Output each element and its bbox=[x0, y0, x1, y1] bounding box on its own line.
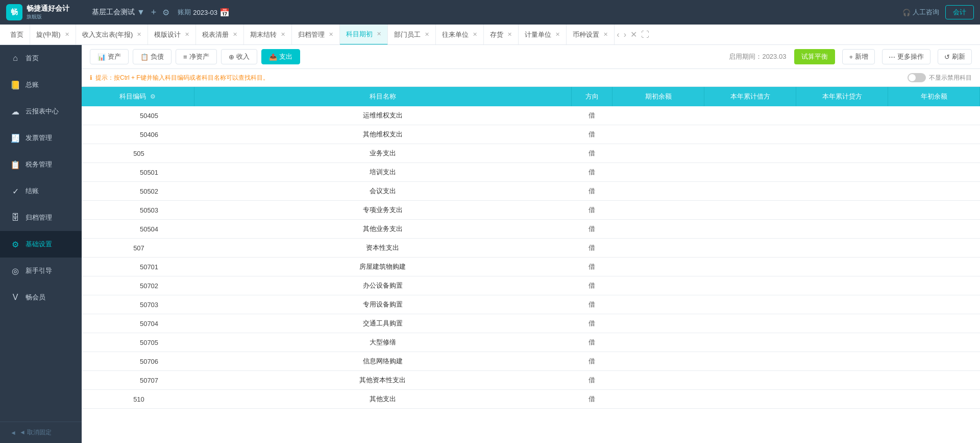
tab-close-icon[interactable]: ✕ bbox=[473, 31, 477, 38]
sidebar-item-member[interactable]: V 畅会员 bbox=[0, 284, 82, 311]
tab-close-icon[interactable]: ✕ bbox=[281, 31, 285, 38]
table-row[interactable]: 50704交通工具购置借 bbox=[82, 314, 980, 333]
tab-unit[interactable]: 计量单位 ✕ bbox=[519, 25, 567, 45]
table-row[interactable]: 50707其他资本性支出借 bbox=[82, 371, 980, 390]
filter-tab-liability[interactable]: 📋 负债 bbox=[133, 49, 172, 64]
refresh-button[interactable]: ↺ 刷新 bbox=[938, 49, 972, 64]
tab-close-icon[interactable]: ✕ bbox=[233, 31, 237, 38]
tab-close-icon[interactable]: ✕ bbox=[329, 31, 333, 38]
table-row[interactable]: 50502会议支出借 bbox=[82, 182, 980, 201]
table-row[interactable]: 50702办公设备购置借 bbox=[82, 276, 980, 295]
more-label: 更多操作 bbox=[897, 52, 924, 61]
col-header-dir: 方向 bbox=[572, 87, 612, 106]
tab-close-icon[interactable]: ✕ bbox=[65, 31, 69, 38]
table-row[interactable]: 510其他支出借 bbox=[82, 390, 980, 409]
cell-code: 507 bbox=[82, 239, 194, 258]
calc-balance-button[interactable]: 试算平衡 bbox=[794, 49, 835, 64]
invoice-icon: 🧾 bbox=[10, 133, 20, 143]
table-row[interactable]: 50504其他业务支出借 bbox=[82, 220, 980, 239]
cell-ytd-credit bbox=[796, 276, 888, 295]
cell-ytd-debit bbox=[704, 276, 796, 295]
tab-template-design[interactable]: 模版设计 ✕ bbox=[148, 25, 196, 45]
col-header-year-start: 年初余额 bbox=[888, 87, 980, 106]
cell-dir: 借 bbox=[572, 371, 612, 390]
toggle-switch[interactable] bbox=[908, 73, 926, 82]
tab-close-all-icon[interactable]: ✕ bbox=[628, 30, 639, 39]
table-row[interactable]: 50503专项业务支出借 bbox=[82, 201, 980, 220]
cell-name: 会议支出 bbox=[194, 182, 572, 201]
tab-close-icon[interactable]: ✕ bbox=[555, 31, 560, 38]
table-row[interactable]: 505业务支出借 bbox=[82, 144, 980, 163]
calendar-icon[interactable]: 📅 bbox=[219, 8, 230, 17]
account-button[interactable]: 会计 bbox=[945, 5, 974, 19]
cell-year-start bbox=[888, 220, 980, 239]
home-icon: ⌂ bbox=[10, 54, 20, 63]
table-row[interactable]: 507资本性支出借 bbox=[82, 239, 980, 258]
tab-close-icon[interactable]: ✕ bbox=[603, 31, 608, 38]
cell-code: 50704 bbox=[82, 314, 194, 333]
gear-icon[interactable]: ⚙ bbox=[150, 93, 156, 100]
income-icon: ⊕ bbox=[229, 53, 234, 61]
sidebar-item-label: 总账 bbox=[26, 80, 39, 89]
table-row[interactable]: 50701房屋建筑物购建借 bbox=[82, 258, 980, 276]
sidebar-item-close-account[interactable]: ✓ 结账 bbox=[0, 178, 82, 204]
sidebar-collapse-button[interactable]: ◄ ◄ 取消固定 bbox=[0, 422, 82, 443]
tab-currency[interactable]: 币种设置 ✕ bbox=[567, 25, 615, 45]
table-row[interactable]: 50405运维维权支出借 bbox=[82, 106, 980, 125]
more-actions-button[interactable]: ⋯ 更多操作 bbox=[882, 49, 930, 64]
sidebar-item-label: 税务管理 bbox=[26, 160, 52, 169]
table-row[interactable]: 50406其他维权支出借 bbox=[82, 125, 980, 144]
cell-name: 信息网络购建 bbox=[194, 352, 572, 371]
filter-tab-income[interactable]: ⊕ 收入 bbox=[221, 49, 257, 64]
table-row[interactable]: 50706信息网络购建借 bbox=[82, 352, 980, 371]
tab-expand-icon[interactable]: ⛶ bbox=[639, 30, 651, 39]
sidebar-item-tax[interactable]: 📋 税务管理 bbox=[0, 151, 82, 178]
tab-label: 归档管理 bbox=[298, 30, 325, 39]
tab-annual-report[interactable]: 收入支出表(年报) ✕ bbox=[76, 25, 149, 45]
tab-close-icon[interactable]: ✕ bbox=[137, 31, 141, 38]
sidebar-item-home[interactable]: ⌂ 首页 bbox=[0, 45, 82, 72]
col-header-code: 科目编码 ⚙ bbox=[82, 87, 194, 106]
tab-home[interactable]: 首页 bbox=[4, 25, 30, 45]
tab-period-end[interactable]: 期末结转 ✕ bbox=[244, 25, 292, 45]
show-disabled-toggle[interactable]: 不显示禁用科目 bbox=[908, 73, 972, 82]
tab-close-icon[interactable]: ✕ bbox=[425, 31, 429, 38]
sidebar-item-ledger[interactable]: 📒 总账 bbox=[0, 72, 82, 98]
company-dropdown-icon[interactable]: ▼ bbox=[137, 8, 145, 17]
tab-contacts[interactable]: 往来单位 ✕ bbox=[436, 25, 484, 45]
table-row[interactable]: 50703专用设备购置借 bbox=[82, 295, 980, 314]
tip-text: 提示：按Ctrl + F键并输入科目编码或者科目名称可以查找科目。 bbox=[95, 74, 269, 82]
sidebar-item-basic-settings[interactable]: ⚙ 基础设置 bbox=[0, 231, 82, 258]
tab-inventory[interactable]: 存货 ✕ bbox=[484, 25, 519, 45]
add-button[interactable]: + 新增 bbox=[842, 49, 875, 64]
cell-year-start bbox=[888, 106, 980, 125]
filter-tab-expenditure[interactable]: 📤 支出 bbox=[261, 49, 300, 64]
settings-icon[interactable]: ⚙ bbox=[162, 8, 169, 17]
tab-next-icon[interactable]: › bbox=[622, 30, 628, 39]
table-row[interactable]: 50705大型修缮借 bbox=[82, 333, 980, 352]
tab-subject-initial[interactable]: 科目期初 ✕ bbox=[340, 25, 388, 45]
table-row[interactable]: 50501培训支出借 bbox=[82, 163, 980, 182]
tab-archive[interactable]: 归档管理 ✕ bbox=[292, 25, 340, 45]
tab-close-icon[interactable]: ✕ bbox=[185, 31, 189, 38]
cell-dir: 借 bbox=[572, 106, 612, 125]
cell-code: 50702 bbox=[82, 276, 194, 295]
tab-close-icon[interactable]: ✕ bbox=[377, 31, 381, 37]
tab-department[interactable]: 部门员工 ✕ bbox=[388, 25, 436, 45]
period-label: 账期 bbox=[178, 8, 191, 17]
help-button[interactable]: 🎧 人工咨询 bbox=[902, 8, 939, 17]
add-icon[interactable]: + bbox=[151, 7, 157, 18]
filter-tab-net-asset[interactable]: ≡ 净资产 bbox=[176, 49, 217, 64]
sidebar-item-reports[interactable]: ☁ 云报表中心 bbox=[0, 98, 82, 125]
filter-tab-asset[interactable]: 📊 资产 bbox=[90, 49, 129, 64]
tab-mid-period[interactable]: 旋(中期) ✕ bbox=[30, 25, 76, 45]
sidebar-item-label: 发票管理 bbox=[26, 133, 52, 143]
cell-ytd-credit bbox=[796, 144, 888, 163]
tab-prev-icon[interactable]: ‹ bbox=[615, 30, 621, 39]
tab-close-icon[interactable]: ✕ bbox=[507, 31, 512, 38]
sidebar-item-archive[interactable]: 🗄 归档管理 bbox=[0, 204, 82, 231]
sidebar-item-guide[interactable]: ◎ 新手引导 bbox=[0, 258, 82, 284]
tab-tax-table[interactable]: 税表清册 ✕ bbox=[196, 25, 244, 45]
sidebar-item-invoice[interactable]: 🧾 发票管理 bbox=[0, 125, 82, 151]
settings-icon: ⚙ bbox=[10, 240, 20, 249]
